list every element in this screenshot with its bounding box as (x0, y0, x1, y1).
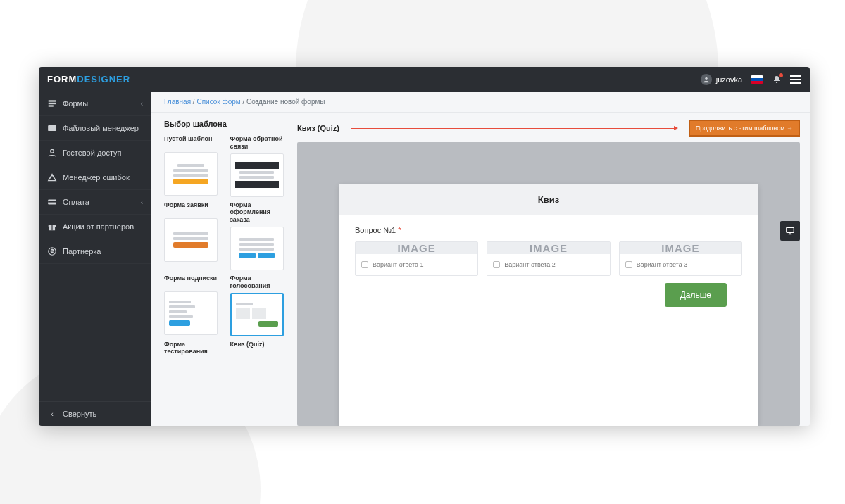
preview-title: Квиз (Quiz) (297, 124, 339, 132)
quiz-card: Квиз Вопрос №1 * IMAGE Вариант ответа 1 (339, 184, 758, 426)
template-testing[interactable]: Форма тестирования (164, 341, 222, 359)
notifications[interactable] (772, 75, 782, 84)
chevron-left-icon: ‹ (141, 100, 143, 108)
template-thumb (164, 218, 218, 262)
svg-rect-7 (48, 201, 56, 203)
radio-icon (361, 261, 368, 268)
bell-icon (772, 75, 782, 84)
sidebar-item-partner[interactable]: Партнерка (39, 239, 151, 264)
chevron-left-icon: ‹ (47, 409, 57, 419)
avatar-icon (701, 74, 712, 85)
template-thumb (230, 293, 284, 336)
svg-rect-10 (51, 225, 52, 231)
template-thumb (164, 291, 218, 335)
image-placeholder: IMAGE (487, 242, 609, 254)
breadcrumb-current: Создание новой формы (246, 98, 325, 106)
template-order[interactable]: Форма оформления заказа (230, 201, 288, 270)
collapse-label: Свернуть (63, 410, 96, 418)
menu-toggle[interactable] (790, 75, 801, 84)
sidebar-item-files[interactable]: Файловый менеджер (39, 116, 151, 141)
template-thumb (230, 153, 284, 197)
desktop-icon (785, 226, 795, 236)
quiz-option-3[interactable]: IMAGE Вариант ответа 3 (619, 241, 742, 276)
sidebar-item-errors[interactable]: Менеджер ошибок (39, 165, 151, 190)
language-switch[interactable] (751, 75, 763, 84)
svg-point-0 (705, 77, 707, 79)
logo-part2: DESIGNER (77, 74, 130, 84)
radio-icon (493, 261, 500, 268)
question-label: Вопрос №1 * (355, 226, 742, 234)
template-subscribe[interactable]: Форма подписки (164, 275, 222, 336)
sidebar-item-label: Файловый менеджер (63, 124, 139, 132)
quiz-heading: Квиз (339, 184, 758, 215)
template-thumb (164, 152, 218, 196)
image-placeholder: IMAGE (356, 242, 477, 254)
sidebar-item-label: Менеджер ошибок (63, 173, 130, 182)
logo-part1: FORM (47, 74, 77, 84)
sidebar-item-forms[interactable]: Формы ‹ (39, 92, 151, 116)
arrow-indicator (351, 128, 677, 129)
sidebar-item-promo[interactable]: Акции от партнеров (39, 215, 151, 239)
radio-icon (625, 261, 632, 268)
sidebar-collapse[interactable]: ‹ Свернуть (39, 401, 151, 426)
sidebar-item-label: Формы (63, 99, 88, 108)
template-feedback[interactable]: Форма обратной связи (230, 135, 288, 197)
continue-button[interactable]: Продолжить с этим шаблоном → (689, 120, 800, 137)
sidebar-item-payment[interactable]: Оплата ‹ (39, 190, 151, 215)
sidebar-item-label: Акции от партнеров (63, 222, 134, 231)
template-vote[interactable]: Форма голосования (230, 275, 288, 336)
breadcrumb-list[interactable]: Список форм (196, 98, 240, 106)
sidebar-item-label: Партнерка (63, 247, 101, 256)
quiz-option-1[interactable]: IMAGE Вариант ответа 1 (355, 241, 478, 276)
guest-icon (47, 148, 57, 158)
hamburger-icon (790, 75, 801, 84)
topbar: FORMDESIGNER juzovka (39, 67, 810, 92)
sidebar-item-label: Гостевой доступ (63, 149, 122, 157)
app-window: FORMDESIGNER juzovka Формы ‹ (39, 67, 810, 426)
warning-icon (47, 172, 57, 182)
svg-rect-12 (787, 227, 794, 232)
payment-icon (47, 197, 57, 207)
flag-ru-icon (751, 75, 763, 84)
next-button[interactable]: Дальше (665, 283, 727, 307)
svg-rect-4 (48, 125, 56, 131)
template-panel: Выбор шаблона Пустой шаблон Форма обратн… (151, 113, 287, 426)
svg-rect-2 (49, 103, 56, 104)
logo[interactable]: FORMDESIGNER (47, 74, 130, 84)
template-quiz[interactable]: Квиз (Quiz) (230, 341, 288, 359)
template-thumb (230, 227, 284, 270)
sidebar-item-label: Оплата (63, 198, 89, 206)
svg-rect-1 (49, 100, 56, 101)
forms-icon (47, 99, 57, 108)
sidebar-item-guest[interactable]: Гостевой доступ (39, 141, 151, 165)
template-request[interactable]: Форма заявки (164, 201, 222, 270)
template-empty[interactable]: Пустой шаблон (164, 135, 222, 197)
user-menu[interactable]: juzovka (701, 74, 742, 85)
user-name: juzovka (716, 75, 742, 84)
main-area: Главная / Список форм / Создание новой ф… (151, 92, 810, 426)
device-toggle[interactable] (780, 221, 800, 241)
breadcrumb: Главная / Список форм / Создание новой ф… (151, 92, 810, 113)
svg-rect-3 (49, 105, 54, 106)
files-icon (47, 123, 57, 133)
gift-icon (47, 222, 57, 232)
preview-canvas: Квиз Вопрос №1 * IMAGE Вариант ответа 1 (297, 142, 800, 426)
dollar-icon (47, 246, 57, 256)
required-mark: * (398, 226, 401, 234)
sidebar: Формы ‹ Файловый менеджер Гостевой досту… (39, 92, 151, 426)
image-placeholder: IMAGE (620, 242, 741, 254)
chevron-left-icon: ‹ (141, 199, 143, 206)
svg-point-5 (51, 149, 54, 153)
templates-title: Выбор шаблона (164, 120, 287, 128)
preview-area: Квиз (Quiz) Продолжить с этим шаблоном →… (287, 113, 810, 426)
quiz-option-2[interactable]: IMAGE Вариант ответа 2 (487, 241, 610, 276)
breadcrumb-home[interactable]: Главная (164, 98, 191, 106)
